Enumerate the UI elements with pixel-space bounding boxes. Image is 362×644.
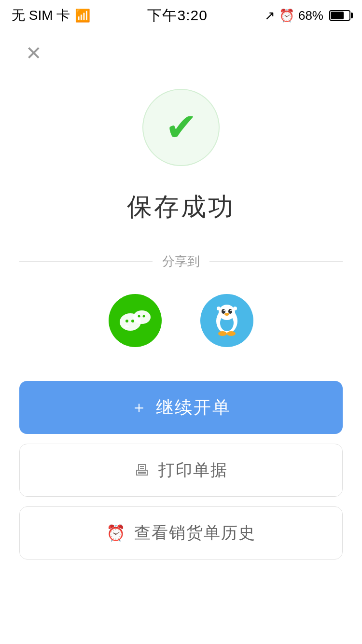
- share-label: 分享到: [162, 253, 200, 270]
- sim-label: 无 SIM 卡: [12, 6, 70, 25]
- svg-point-5: [143, 315, 145, 318]
- alarm-icon: ⏰: [279, 8, 294, 23]
- main-content: ✔ 保存成功 分享到: [0, 31, 362, 560]
- wifi-icon: 📶: [75, 8, 90, 23]
- status-right: ↗ ⏰ 68%: [265, 8, 350, 23]
- svg-point-12: [223, 310, 225, 311]
- divider-right: [209, 261, 343, 262]
- svg-point-10: [222, 309, 225, 314]
- history-button[interactable]: ⏰ 查看销货单历史: [19, 506, 343, 560]
- svg-point-9: [219, 305, 235, 320]
- share-section: 分享到: [19, 253, 343, 347]
- print-button[interactable]: 🖶 打印单据: [19, 444, 343, 497]
- status-left: 无 SIM 卡 📶: [12, 6, 90, 25]
- action-buttons: ＋ 继续开单 🖶 打印单据 ⏰ 查看销货单历史: [19, 381, 343, 560]
- battery-label: 68%: [298, 8, 323, 23]
- share-divider: 分享到: [19, 253, 343, 270]
- close-button[interactable]: ✕: [19, 39, 48, 68]
- svg-point-16: [233, 307, 237, 310]
- history-label: 查看销货单历史: [134, 522, 256, 544]
- qq-icon: [212, 304, 242, 337]
- share-icons: [109, 294, 253, 347]
- battery-icon: [329, 10, 350, 21]
- svg-point-3: [131, 320, 134, 322]
- divider-left: [19, 261, 153, 262]
- svg-point-13: [230, 310, 232, 311]
- print-icon: 🖶: [134, 462, 151, 479]
- wechat-button[interactable]: [109, 294, 162, 347]
- svg-point-15: [217, 307, 221, 310]
- wechat-icon: [119, 307, 152, 335]
- plus-icon: ＋: [131, 396, 148, 419]
- continue-button[interactable]: ＋ 继续开单: [19, 381, 343, 434]
- history-icon: ⏰: [106, 524, 126, 542]
- svg-point-17: [218, 331, 227, 336]
- location-icon: ↗: [265, 8, 275, 23]
- success-title: 保存成功: [127, 190, 235, 224]
- svg-point-18: [227, 331, 236, 336]
- svg-point-1: [133, 310, 151, 324]
- svg-point-2: [125, 320, 128, 322]
- svg-point-11: [228, 309, 232, 314]
- status-bar: 无 SIM 卡 📶 下午3:20 ↗ ⏰ 68%: [0, 0, 362, 31]
- checkmark-icon: ✔: [165, 108, 197, 147]
- print-label: 打印单据: [158, 459, 228, 481]
- continue-label: 继续开单: [156, 396, 231, 420]
- svg-point-4: [138, 315, 140, 318]
- close-icon: ✕: [26, 43, 42, 63]
- svg-point-14: [224, 313, 229, 316]
- status-time: 下午3:20: [147, 6, 207, 26]
- qq-button[interactable]: [200, 294, 253, 347]
- success-circle: ✔: [142, 89, 220, 166]
